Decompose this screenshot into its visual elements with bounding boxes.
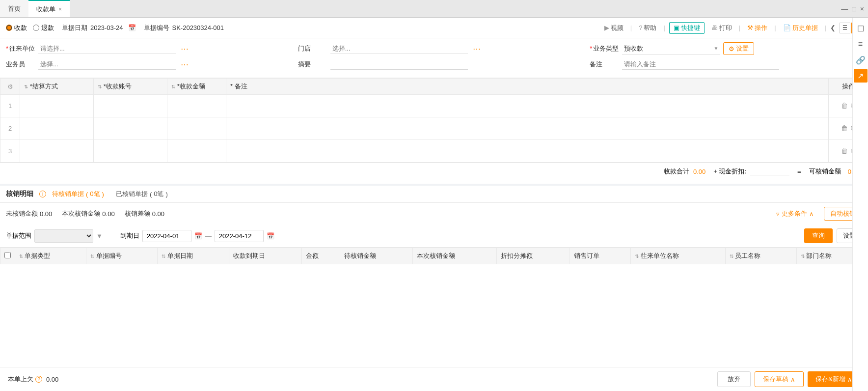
filter-icon: ▿ [776, 210, 780, 218]
sidebar-table-icon[interactable]: ☐ [854, 22, 868, 35]
table-settings-icon[interactable]: ⚙ [0, 79, 20, 95]
calendar-from-icon[interactable]: 📅 [194, 232, 202, 240]
shortcut-btn[interactable]: ▣ 快捷键 [669, 22, 705, 34]
summary-input[interactable] [330, 59, 468, 70]
video-label: 视频 [611, 24, 624, 32]
sep1: | [630, 24, 632, 31]
delete-row-3-icon[interactable]: 🗑 [841, 147, 848, 155]
row-account-3[interactable] [94, 140, 167, 163]
receipt-type-group: 收款 退款 [6, 24, 54, 32]
due-date-to[interactable] [215, 230, 264, 242]
sort-counterparty[interactable]: ⇅ [635, 253, 639, 259]
date-label: 单据日期 [62, 24, 87, 32]
filter-row: 单据范围 ▼ 到期日 📅 — 📅 查询 设置 [0, 224, 868, 248]
pending-tab[interactable]: 待核销单据 ( 0笔 ) [52, 190, 104, 198]
window-max-btn[interactable]: □ [852, 5, 856, 13]
range-dropdown-icon[interactable]: ▼ [96, 232, 103, 240]
col-amount-header: ⇅ *收款金额 [167, 79, 226, 95]
table-section: ⚙ ⇅ *结算方式 ⇅ *收款账号 ⇅ *收款金额 [0, 78, 868, 163]
window-close-btn[interactable]: × [860, 5, 864, 13]
row-settle-1[interactable] [20, 95, 94, 117]
sort-icon-account[interactable]: ⇅ [98, 84, 102, 89]
doc-num-label: 单据编号 [144, 24, 169, 32]
pending-tab-label: 待核销单据 [52, 190, 84, 198]
due-date-from[interactable] [142, 230, 191, 242]
range-filter: 单据范围 ▼ [6, 229, 103, 243]
tab-home[interactable]: 首页 [0, 0, 28, 17]
row-settle-2[interactable] [20, 117, 94, 140]
right-sidebar: ☐ ≡ 🔗 ↗ [852, 18, 868, 391]
sidebar-list-icon[interactable]: ≡ [854, 37, 868, 51]
row-remark-3[interactable] [226, 140, 829, 163]
row-amount-3[interactable] [167, 140, 226, 163]
store-input[interactable] [330, 43, 468, 54]
view-list-icon[interactable]: ☰ [840, 23, 850, 33]
radio-refund[interactable]: 退款 [33, 24, 54, 32]
row-account-2[interactable] [94, 117, 167, 140]
help-btn[interactable]: ? 帮助 [636, 23, 659, 33]
video-btn[interactable]: ▶ 视频 [601, 23, 626, 33]
range-select[interactable] [34, 229, 93, 243]
store-more-icon[interactable]: ⋯ [473, 44, 481, 54]
sort-dept[interactable]: ⇅ [801, 253, 805, 259]
remark-input[interactable] [622, 59, 779, 70]
counterparty-input[interactable] [38, 43, 176, 54]
more-conditions-btn[interactable]: ▿ 更多条件 ∧ [776, 209, 814, 218]
done-count-val: 0笔 [154, 190, 163, 198]
row-amount-2[interactable] [167, 117, 226, 140]
sidebar-link-icon[interactable]: 🔗 [854, 53, 868, 67]
calendar-to-icon[interactable]: 📅 [267, 232, 274, 240]
business-type-select[interactable]: 预收款 ▼ [622, 43, 720, 55]
row-remark-1[interactable] [226, 95, 829, 117]
total-value: 0.00 [693, 168, 705, 175]
sep5: | [825, 24, 826, 31]
store-group: 门店 ⋯ [298, 43, 570, 54]
staff-more-icon[interactable]: ⋯ [181, 60, 189, 69]
counterparty-group: 往来单位 ⋯ [6, 43, 278, 54]
bill-info-icon[interactable]: ? [35, 376, 42, 383]
tab-close-icon[interactable]: × [58, 6, 62, 13]
delete-row-1-icon[interactable]: 🗑 [841, 102, 848, 110]
calendar-icon[interactable]: 📅 [128, 24, 136, 31]
settings-label: 设置 [736, 44, 749, 53]
counterparty-label: 往来单位 [6, 44, 35, 53]
settings-btn[interactable]: ⚙ 设置 [723, 42, 754, 55]
sort-doc-type[interactable]: ⇅ [19, 253, 23, 259]
row-settle-3[interactable] [20, 140, 94, 163]
sidebar-expand-icon[interactable]: ↗ [854, 69, 868, 83]
done-tab-label: 已核销单据 [116, 190, 148, 198]
operation-btn[interactable]: ⚒ 操作 [744, 23, 770, 33]
row-amount-1[interactable] [167, 95, 226, 117]
tab-receipt[interactable]: 收款单 × [28, 0, 70, 17]
query-btn[interactable]: 查询 [804, 228, 833, 243]
radio-refund-input[interactable] [33, 25, 39, 31]
select-all-checkbox[interactable] [4, 252, 11, 258]
done-tab[interactable]: 已核销单据 ( 0笔 ) [116, 190, 168, 198]
discount-label: + 现金折扣: [713, 167, 746, 176]
abandon-btn[interactable]: 放弃 [717, 371, 751, 387]
help-label: 帮助 [644, 24, 656, 32]
sort-doc-date[interactable]: ⇅ [162, 253, 165, 259]
discount-input[interactable] [750, 168, 789, 175]
prev-nav-icon[interactable]: ❮ [830, 24, 836, 31]
radio-receipt-input[interactable] [6, 25, 12, 31]
sort-icon-settle[interactable]: ⇅ [24, 84, 28, 89]
form-row-2: 业务员 ⋯ 摘要 备注 [6, 59, 862, 70]
staff-input[interactable] [38, 59, 176, 70]
pending-count: ( [86, 191, 88, 198]
save-draft-btn[interactable]: 保存草稿 ∧ [755, 371, 804, 387]
row-account-1[interactable] [94, 95, 167, 117]
verification-info-icon[interactable]: i [39, 191, 46, 197]
row-remark-2[interactable] [226, 117, 829, 140]
window-min-btn[interactable]: — [841, 5, 848, 13]
sort-doc-no[interactable]: ⇅ [90, 253, 94, 259]
delete-row-2-icon[interactable]: 🗑 [841, 124, 848, 133]
counterparty-more-icon[interactable]: ⋯ [181, 44, 189, 54]
sort-staff[interactable]: ⇅ [730, 253, 733, 259]
radio-receipt[interactable]: 收款 [6, 24, 27, 32]
print-btn[interactable]: 🖶 打印 [708, 23, 735, 33]
sort-icon-amount[interactable]: ⇅ [171, 84, 175, 89]
history-btn[interactable]: 📄 历史单据 [780, 23, 821, 33]
verification-header: 核销明细 i 待核销单据 ( 0笔 ) 已核销单据 ( 0笔 ) [0, 186, 868, 203]
print-icon: 🖶 [711, 24, 718, 31]
